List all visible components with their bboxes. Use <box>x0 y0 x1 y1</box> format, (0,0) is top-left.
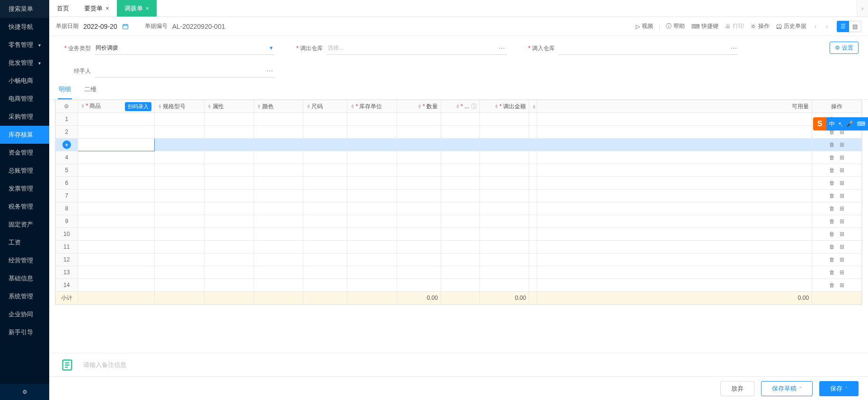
copy-icon[interactable]: ⊞ <box>840 192 844 199</box>
col-unit[interactable]: ▲▼* 库存单位 <box>347 100 397 113</box>
table-row[interactable]: 13🗑⊞ <box>56 266 862 279</box>
delete-icon[interactable]: 🗑 <box>829 205 835 212</box>
sidebar-item-17[interactable]: 企业协同 <box>0 305 49 323</box>
col-product[interactable]: ▲▼* 商品扫码录入 <box>78 100 155 113</box>
sidebar-item-2[interactable]: 零售管理▾ <box>0 36 49 54</box>
in-warehouse-select[interactable]: ⋯ <box>558 42 738 55</box>
print-link[interactable]: 🖶打印 <box>722 20 747 33</box>
close-icon[interactable]: × <box>146 5 150 12</box>
sidebar-item-14[interactable]: 经营管理 <box>0 252 49 270</box>
table-row[interactable]: 10🗑⊞ <box>56 228 862 241</box>
sidebar-item-9[interactable]: 总账管理 <box>0 162 49 180</box>
col-price[interactable]: ▲▼* ...ⓘ <box>441 100 479 113</box>
copy-icon[interactable]: ⊞ <box>840 180 844 186</box>
copy-icon[interactable]: ⊞ <box>840 154 844 161</box>
sidebar-item-7[interactable]: 库存核算 <box>0 126 49 144</box>
add-row-button[interactable]: + <box>62 140 71 149</box>
copy-icon[interactable]: ⊞ <box>840 282 844 288</box>
table-row[interactable]: 1🗑⊞ <box>56 113 862 126</box>
col-avail[interactable]: 可用量 <box>537 100 812 113</box>
delete-icon[interactable]: 🗑 <box>829 167 835 174</box>
delete-icon[interactable]: 🗑 <box>829 180 835 186</box>
sidebar-item-10[interactable]: 发票管理 <box>0 180 49 198</box>
sidebar-item-1[interactable]: 快捷导航 <box>0 18 49 36</box>
video-link[interactable]: ▷视频 <box>633 20 656 33</box>
copy-icon[interactable]: ⊞ <box>840 269 844 276</box>
copy-icon[interactable]: ⊞ <box>840 205 844 212</box>
sidebar-item-5[interactable]: 电商管理 <box>0 90 49 108</box>
tab-0[interactable]: 首页 <box>49 0 77 17</box>
scan-entry-button[interactable]: 扫码录入 <box>125 102 151 111</box>
sidebar-item-4[interactable]: 小畅电商 <box>0 72 49 90</box>
col-amount[interactable]: ▲▼* 调出金额 <box>479 100 529 113</box>
copy-icon[interactable]: ⊞ <box>840 256 844 263</box>
sidebar-item-18[interactable]: 新手引导 <box>0 323 49 341</box>
delete-icon[interactable]: 🗑 <box>829 141 835 148</box>
out-warehouse-select[interactable]: 选择... ⋯ <box>327 42 506 55</box>
tabs-scroll-right[interactable]: › <box>857 0 868 17</box>
copy-icon[interactable]: ⊞ <box>840 218 844 225</box>
operate-link[interactable]: ⛭操作 <box>748 20 772 33</box>
table-row[interactable]: 7🗑⊞ <box>56 190 862 202</box>
delete-icon[interactable]: 🗑 <box>829 282 835 288</box>
table-row[interactable]: 4🗑⊞ <box>56 151 862 164</box>
discard-button[interactable]: 放弃 <box>720 381 754 396</box>
history-link[interactable]: 🕮历史单据 <box>773 20 809 33</box>
view-card-toggle[interactable]: ▤ <box>849 21 861 32</box>
sidebar-item-12[interactable]: 固定资产 <box>0 216 49 234</box>
delete-icon[interactable]: 🗑 <box>829 218 835 225</box>
sidebar-item-11[interactable]: 税务管理 <box>0 198 49 216</box>
table-row[interactable]: 6🗑⊞ <box>56 177 862 190</box>
table-row[interactable]: 12🗑⊞ <box>56 253 862 266</box>
column-settings[interactable]: ⚙ <box>56 100 78 113</box>
table-row[interactable]: +🗑⊞ <box>56 139 862 151</box>
delete-icon[interactable]: 🗑 <box>829 269 835 276</box>
col-blank[interactable]: ▲▼ <box>529 100 537 113</box>
shortcut-link[interactable]: ⌨快捷键 <box>689 20 721 33</box>
col-color[interactable]: ▲▼颜色 <box>254 100 303 113</box>
remark-input[interactable] <box>83 358 859 372</box>
calendar-icon[interactable] <box>122 23 129 30</box>
delete-icon[interactable]: 🗑 <box>829 256 835 263</box>
sidebar-item-6[interactable]: 采购管理 <box>0 108 49 126</box>
table-row[interactable]: 14🗑⊞ <box>56 279 862 292</box>
close-icon[interactable]: × <box>106 5 109 12</box>
sidebar-item-8[interactable]: 资金管理 <box>0 144 49 162</box>
table-row[interactable]: 8🗑⊞ <box>56 202 862 215</box>
table-row[interactable]: 5🗑⊞ <box>56 164 862 177</box>
sidebar-item-3[interactable]: 批发管理▾ <box>0 54 49 72</box>
biz-type-select[interactable]: 同价调拨 ▼ <box>95 42 275 55</box>
save-button[interactable]: 保存˄ <box>819 381 859 396</box>
tab-detail[interactable]: 明细 <box>58 80 72 99</box>
delete-icon[interactable]: 🗑 <box>829 154 835 161</box>
tab-1[interactable]: 要货单× <box>77 0 117 17</box>
help-link[interactable]: ⓘ帮助 <box>663 20 688 33</box>
info-icon[interactable]: ⓘ <box>471 103 477 110</box>
doc-date-value[interactable]: 2022-09-20 <box>83 23 117 30</box>
sidebar-item-13[interactable]: 工资 <box>0 234 49 252</box>
delete-icon[interactable]: 🗑 <box>829 231 835 237</box>
delete-icon[interactable]: 🗑 <box>829 192 835 199</box>
copy-icon[interactable]: ⊞ <box>840 167 844 174</box>
tab-matrix[interactable]: 二维 <box>83 80 97 99</box>
delete-icon[interactable]: 🗑 <box>829 243 835 250</box>
view-list-toggle[interactable]: ☰ <box>837 21 849 32</box>
sidebar-settings[interactable]: ⚙ <box>0 384 49 400</box>
prev-doc-arrow[interactable]: ‹ <box>810 21 821 32</box>
ime-widget[interactable]: S 中 •, 🎤 ⌨ <box>813 117 868 130</box>
sidebar-item-0[interactable]: 搜索菜单 <box>0 0 49 18</box>
save-draft-button[interactable]: 保存草稿˄ <box>761 381 813 396</box>
table-row[interactable]: 2🗑⊞ <box>56 126 862 139</box>
copy-icon[interactable]: ⊞ <box>840 243 844 250</box>
tab-2[interactable]: 调拨单× <box>117 0 157 17</box>
col-attr[interactable]: ▲▼属性 <box>204 100 254 113</box>
handler-select[interactable]: ⋯ <box>95 64 275 78</box>
sidebar-item-15[interactable]: 基础信息 <box>0 270 49 287</box>
table-row[interactable]: 9🗑⊞ <box>56 215 862 228</box>
col-spec[interactable]: ▲▼规格型号 <box>155 100 204 113</box>
sidebar-item-16[interactable]: 系统管理 <box>0 287 49 305</box>
col-qty[interactable]: ▲▼* 数量 <box>397 100 441 113</box>
settings-button[interactable]: ⚙ 设置 <box>830 42 859 54</box>
copy-icon[interactable]: ⊞ <box>840 231 844 237</box>
copy-icon[interactable]: ⊞ <box>840 141 844 148</box>
